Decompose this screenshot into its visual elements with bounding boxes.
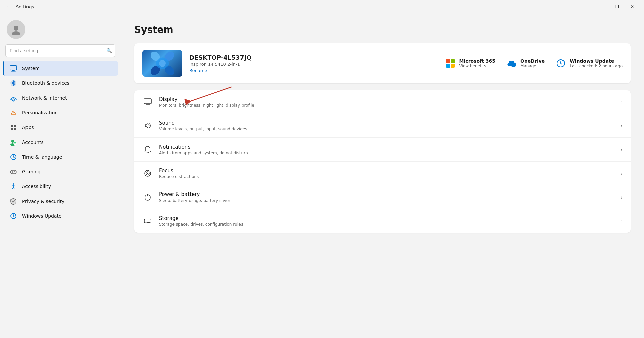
device-thumbnail <box>142 50 182 77</box>
title-bar-title: Settings <box>16 4 34 9</box>
notifications-chevron: › <box>621 147 623 152</box>
sidebar-item-label-network: Network & internet <box>22 95 67 101</box>
ms365-sub: View benefits <box>459 64 495 68</box>
close-button[interactable]: ✕ <box>625 1 640 12</box>
device-rename-link[interactable]: Rename <box>189 68 438 73</box>
notifications-icon <box>142 144 153 155</box>
winupdate-icon <box>555 58 566 69</box>
ms365-icon <box>445 58 456 69</box>
sound-sub: Volume levels, output, input, sound devi… <box>159 127 615 131</box>
sidebar-item-network[interactable]: Network & internet <box>3 91 118 105</box>
svg-point-24 <box>15 172 15 173</box>
notifications-sub: Alerts from apps and system, do not dist… <box>159 151 615 155</box>
avatar <box>7 20 25 39</box>
display-title: Display <box>159 96 615 102</box>
display-chevron: › <box>621 100 623 105</box>
sound-chevron: › <box>621 123 623 128</box>
sidebar-profile <box>0 13 121 44</box>
sidebar-search-container: 🔍 <box>5 44 115 57</box>
svg-point-41 <box>147 173 148 174</box>
back-button[interactable]: ← <box>4 2 13 11</box>
power-icon <box>142 192 153 203</box>
svg-rect-3 <box>12 70 15 71</box>
search-input[interactable] <box>5 44 115 57</box>
settings-item-display[interactable]: Display Monitors, brightness, night ligh… <box>134 90 631 114</box>
onedrive-service[interactable]: OneDrive Manage <box>506 58 545 69</box>
personalization-icon <box>9 109 17 117</box>
sidebar: 🔍 System <box>0 13 121 338</box>
settings-item-focus[interactable]: Focus Reduce distractions › <box>134 162 631 185</box>
svg-rect-11 <box>14 128 16 130</box>
svg-point-6 <box>13 101 14 102</box>
svg-rect-47 <box>147 222 150 223</box>
sidebar-nav: System Bluetooth & devices <box>0 61 121 223</box>
svg-line-19 <box>13 157 14 158</box>
sidebar-item-label-system: System <box>22 66 40 71</box>
main-content: System DESKTOP-4L537JQ <box>121 13 644 338</box>
storage-chevron: › <box>621 219 623 224</box>
device-info: DESKTOP-4L537JQ Inspiron 14 5410 2-in-1 … <box>189 54 438 73</box>
settings-item-sound[interactable]: Sound Volume levels, output, input, soun… <box>134 114 631 138</box>
settings-item-notifications[interactable]: Notifications Alerts from apps and syste… <box>134 138 631 162</box>
focus-title: Focus <box>159 168 615 174</box>
sidebar-item-label-windowsupdate: Windows Update <box>22 213 62 219</box>
network-icon <box>9 94 17 102</box>
ms365-service[interactable]: Microsoft 365 View benefits <box>445 58 495 69</box>
bluetooth-icon <box>9 79 17 87</box>
sidebar-item-accounts[interactable]: Accounts <box>3 135 118 150</box>
sidebar-item-label-gaming: Gaming <box>22 169 41 174</box>
storage-icon <box>142 216 153 226</box>
page-title: System <box>134 24 631 35</box>
svg-point-12 <box>11 140 14 143</box>
sidebar-item-system[interactable]: System <box>3 61 118 76</box>
svg-point-46 <box>146 222 147 223</box>
minimize-button[interactable]: — <box>594 1 609 12</box>
sidebar-item-label-privacy: Privacy & security <box>22 199 64 204</box>
storage-title: Storage <box>159 215 615 221</box>
sidebar-item-personalization[interactable]: Personalization <box>3 105 118 120</box>
sidebar-item-privacy[interactable]: Privacy & security <box>3 194 118 209</box>
svg-rect-2 <box>10 66 17 70</box>
svg-point-23 <box>14 171 15 172</box>
storage-sub: Storage space, drives, configuration rul… <box>159 222 615 227</box>
windows-update-icon <box>9 212 17 220</box>
settings-list: Display Monitors, brightness, night ligh… <box>134 90 631 233</box>
sidebar-item-apps[interactable]: Apps <box>3 120 118 135</box>
sidebar-item-time[interactable]: Time & language <box>3 150 118 164</box>
window-controls: — ❐ ✕ <box>594 1 640 12</box>
sidebar-item-gaming[interactable]: Gaming <box>3 164 118 179</box>
onedrive-name: OneDrive <box>520 58 545 64</box>
sidebar-item-label-time: Time & language <box>22 154 62 160</box>
device-name: DESKTOP-4L537JQ <box>189 54 438 61</box>
cloud-services: Microsoft 365 View benefits OneDrive Man… <box>445 58 623 69</box>
notifications-title: Notifications <box>159 144 615 150</box>
maximize-button[interactable]: ❐ <box>609 1 625 12</box>
svg-rect-8 <box>11 125 13 127</box>
svg-marker-38 <box>145 123 148 128</box>
focus-icon <box>142 168 153 179</box>
power-chevron: › <box>621 195 623 200</box>
windows-update-service[interactable]: Windows Update Last checked: 2 hours ago <box>555 58 623 69</box>
sidebar-item-label-bluetooth: Bluetooth & devices <box>22 80 69 86</box>
accessibility-icon <box>9 182 17 190</box>
onedrive-sub: Manage <box>520 64 545 68</box>
display-icon <box>142 97 153 107</box>
onedrive-icon <box>506 58 517 69</box>
sidebar-item-bluetooth[interactable]: Bluetooth & devices <box>3 76 118 91</box>
ms365-name: Microsoft 365 <box>459 58 495 64</box>
sidebar-item-label-accessibility: Accessibility <box>22 184 51 189</box>
settings-item-power[interactable]: Power & battery Sleep, battery usage, ba… <box>134 185 631 209</box>
svg-rect-10 <box>11 128 13 130</box>
sidebar-item-windowsupdate[interactable]: Windows Update <box>3 209 118 223</box>
settings-item-storage[interactable]: Storage Storage space, drives, configura… <box>134 209 631 233</box>
winupdate-sub: Last checked: 2 hours ago <box>570 64 623 68</box>
svg-point-0 <box>14 26 18 31</box>
accounts-icon <box>9 138 17 146</box>
svg-rect-35 <box>144 99 151 104</box>
sidebar-item-accessibility[interactable]: Accessibility <box>3 179 118 194</box>
device-model: Inspiron 14 5410 2-in-1 <box>189 62 438 67</box>
privacy-icon <box>9 197 17 205</box>
sidebar-item-label-personalization: Personalization <box>22 110 58 115</box>
gaming-icon <box>9 168 17 176</box>
title-bar: ← Settings — ❐ ✕ <box>0 0 644 13</box>
